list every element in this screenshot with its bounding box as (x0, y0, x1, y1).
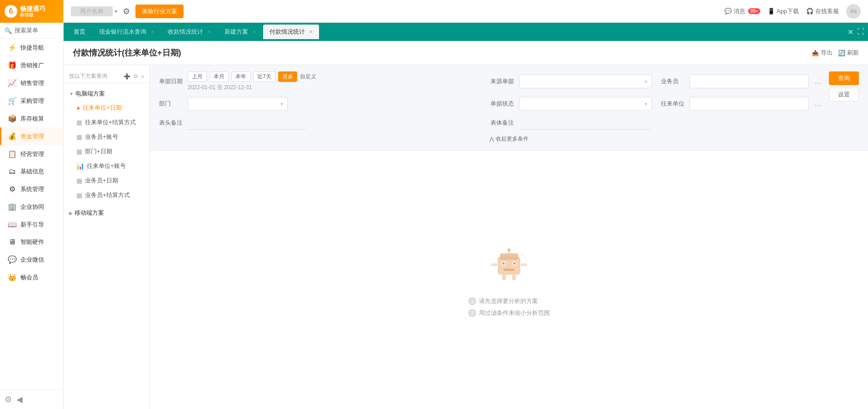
sidebar-item-operations[interactable]: 📋经营管理 (0, 145, 63, 163)
staff-date-icon: ▦ (76, 177, 82, 184)
staff-more-icon[interactable]: … (814, 77, 822, 86)
tab-close-new-scheme[interactable]: × (253, 29, 256, 35)
partner-payment-icon: ▦ (76, 119, 82, 126)
date-filter: 上月 本月 本年 近7天 更多 自定义 2022-01-01 至 2022-12… (188, 71, 316, 91)
message-button[interactable]: 💬 消息 99+ (724, 7, 760, 15)
filter-row-2: 部门 ▾ 单据状态 ▾ (159, 97, 822, 111)
search-label: 搜索菜单 (15, 26, 38, 35)
tab-new-scheme[interactable]: 新建方案× (218, 25, 262, 39)
tab-close-payment[interactable]: × (309, 29, 313, 35)
sidebar-nav: ⚡快捷导航🎁营销推广📈销售管理🛒采购管理📦库存核算💰资金管理📋经营管理🗂基础信息… (0, 39, 63, 286)
header-actions: 💬 消息 99+ 📱 App下载 🎧 在线客服 Rit (724, 4, 861, 19)
partner-account-icon: 📊 (76, 162, 84, 170)
date-7days[interactable]: 近7天 (253, 71, 275, 82)
dept-label: 部门 (159, 100, 184, 108)
body-note-input[interactable] (519, 116, 652, 130)
user-area: 用户名称 ▾ (71, 6, 117, 16)
main-area: 用户名称 ▾ ⚙ 体验行业方案 💬 消息 99+ 📱 App下载 🎧 在线客服 … (64, 0, 868, 409)
source-select[interactable]: ▾ (519, 75, 652, 88)
query-button[interactable]: 查询 (829, 71, 859, 85)
sidebar-item-inventory[interactable]: 📦库存核算 (0, 110, 63, 127)
tab-receivable[interactable]: 收款情况统计× (161, 25, 217, 39)
empty-tip-1: 1 请先选择要分析的方案 (468, 295, 550, 307)
sidebar-item-label: 销售管理 (20, 79, 44, 87)
date-last-month[interactable]: 上月 (188, 71, 207, 82)
scheme-item-staff-account[interactable]: ▦业务员+账号 (64, 130, 150, 144)
scheme-item-partner-account[interactable]: 📊往来单位+账号 (64, 159, 150, 173)
collapse-sidebar-icon[interactable]: ◀ (16, 394, 23, 404)
scheme-collapse-icon[interactable]: « (141, 73, 144, 80)
top-header: 用户名称 ▾ ⚙ 体验行业方案 💬 消息 99+ 📱 App下载 🎧 在线客服 … (64, 0, 868, 23)
online-service-button[interactable]: 🎧 在线客服 (806, 7, 839, 15)
sidebar-item-quick-nav[interactable]: ⚡快捷导航 (0, 39, 63, 56)
staff-select[interactable] (689, 75, 809, 88)
header-settings-icon[interactable]: ⚙ (123, 6, 130, 16)
guide-icon: 📖 (8, 220, 17, 229)
add-scheme-icon[interactable]: ➕ (124, 73, 130, 80)
sidebar-item-sales[interactable]: 📈销售管理 (0, 74, 63, 92)
partner-more-icon[interactable]: … (814, 100, 822, 108)
doc-status-select[interactable]: ▾ (519, 97, 652, 111)
date-more[interactable]: 更多 (278, 71, 297, 82)
tab-payment[interactable]: 付款情况统计× (263, 25, 319, 39)
maximize-window-icon[interactable]: ⛶ (857, 28, 864, 36)
page-title: 付款情况统计(往来单位+日期) (73, 47, 181, 58)
desktop-group-header[interactable]: ▼ 电脑端方案 (64, 87, 150, 101)
app-download-label: App下载 (777, 7, 799, 15)
doc-status-label: 单据状态 (490, 100, 515, 108)
date-custom-label[interactable]: 自定义 (300, 73, 316, 81)
settings-bottom-icon[interactable]: ⚙ (5, 394, 12, 404)
close-window-icon[interactable]: ✕ (848, 28, 853, 36)
date-this-year[interactable]: 本年 (231, 71, 250, 82)
mobile-arrow-icon: ▶ (69, 211, 73, 216)
tab-close-receivable[interactable]: × (208, 29, 211, 35)
tab-home[interactable]: 首页 (67, 25, 92, 39)
sidebar-item-label: 采购管理 (20, 97, 44, 105)
body-note-label: 表体备注 (490, 119, 515, 127)
sidebar-item-enterprise[interactable]: 🏢企业协同 (0, 198, 63, 216)
scheme-item-label: 业务员+日期 (85, 177, 118, 185)
mobile-group-header[interactable]: ▶ 移动端方案 (64, 206, 150, 220)
message-label: 消息 (733, 7, 745, 15)
trial-button[interactable]: 体验行业方案 (135, 5, 184, 18)
sidebar-item-marketing[interactable]: 🎁营销推广 (0, 56, 63, 74)
refresh-button[interactable]: 🔄 刷新 (838, 49, 859, 57)
sidebar-item-label: 营销推广 (20, 61, 44, 70)
scheme-item-dept-date[interactable]: ▦部门+日期 (64, 144, 150, 159)
header-note-input[interactable] (188, 116, 306, 130)
sidebar-item-wechat[interactable]: 💬企业微信 (0, 251, 63, 268)
tab-label: 新建方案 (224, 28, 248, 36)
sidebar-item-vip[interactable]: 👑畅会员 (0, 268, 63, 286)
source-filter-group: 来源单据 ▾ (490, 75, 652, 88)
sidebar-item-guide[interactable]: 📖新手引导 (0, 216, 63, 233)
sidebar-item-basic-info[interactable]: 🗂基础信息 (0, 163, 63, 180)
sidebar-item-system[interactable]: ⚙系统管理 (0, 180, 63, 198)
scheme-item-partner-date[interactable]: ●往来单位+日期 (64, 101, 150, 115)
sidebar-item-hardware[interactable]: 🖥智能硬件 (0, 233, 63, 251)
app-download-button[interactable]: 📱 App下载 (768, 7, 799, 15)
sidebar-item-finance[interactable]: 💰资金管理 (0, 127, 63, 145)
user-avatar[interactable]: Rit (846, 4, 861, 19)
scheme-settings-icon[interactable]: ⚙ (133, 73, 138, 80)
tab-close-bank-flow[interactable]: × (151, 29, 154, 35)
export-button[interactable]: 📤 导出 (812, 49, 833, 57)
tab-bank-flow[interactable]: 现金银行流水查询× (93, 25, 160, 39)
search-menu[interactable]: 🔍 搜索菜单 (0, 23, 63, 39)
scheme-item-partner-payment[interactable]: ▦往来单位+结算方式 (64, 115, 150, 130)
source-label: 来源单据 (490, 77, 515, 86)
enterprise-icon: 🏢 (8, 202, 17, 211)
scheme-item-staff-date[interactable]: ▦业务员+日期 (64, 173, 150, 188)
sales-icon: 📈 (8, 79, 17, 87)
date-this-month[interactable]: 本月 (210, 71, 229, 82)
partner-select[interactable] (689, 97, 809, 111)
sidebar-item-purchase[interactable]: 🛒采购管理 (0, 92, 63, 110)
doc-status-filter-group: 单据状态 ▾ (490, 97, 652, 111)
collapse-conditions-button[interactable]: ⋀ 收起更多条件 (159, 131, 859, 146)
tab-label: 现金银行流水查询 (99, 28, 146, 36)
search-icon: 🔍 (5, 27, 12, 34)
dept-select[interactable]: ▾ (188, 97, 288, 111)
message-icon: 💬 (724, 8, 732, 15)
filter-settings-button[interactable]: 设置 (829, 88, 859, 101)
scheme-item-staff-payment[interactable]: ▦业务员+结算方式 (64, 188, 150, 202)
user-dropdown-icon[interactable]: ▾ (115, 8, 117, 15)
